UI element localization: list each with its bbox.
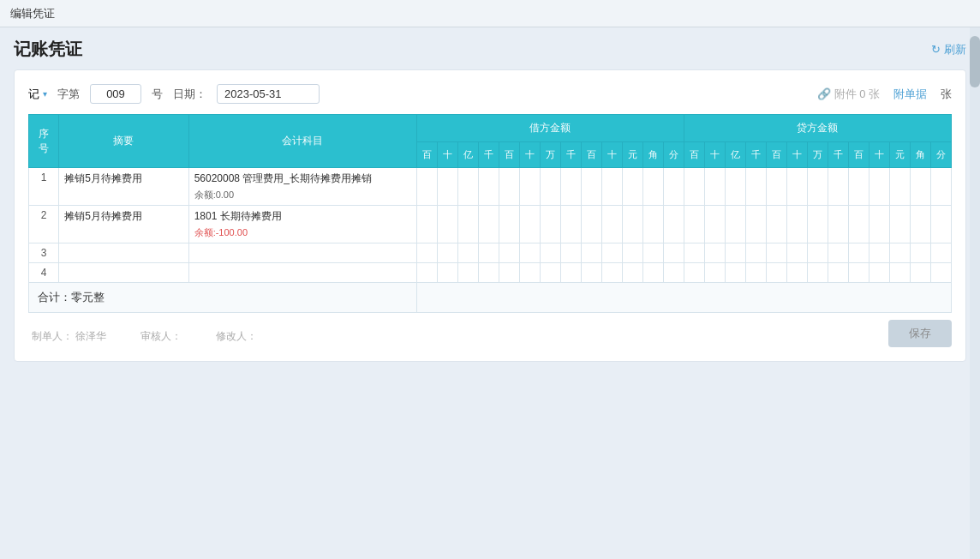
row-abstract[interactable]: 摊销5月待摊费用	[59, 206, 188, 243]
credit-digit-cell[interactable]	[745, 206, 766, 243]
voucher-type-selector[interactable]: 记 ▾	[28, 87, 47, 102]
credit-digit-cell[interactable]	[684, 243, 704, 263]
credit-digit-cell[interactable]	[725, 168, 745, 206]
credit-digit-cell[interactable]	[869, 168, 889, 206]
credit-digit-cell[interactable]	[786, 168, 807, 206]
row-abstract[interactable]	[59, 243, 188, 263]
debit-digit-cell[interactable]	[663, 206, 684, 243]
debit-digit-cell[interactable]	[622, 243, 642, 263]
row-account[interactable]: 1801 长期待摊费用余额:-100.00	[188, 206, 416, 243]
credit-digit-cell[interactable]	[930, 206, 951, 243]
debit-digit-cell[interactable]	[416, 243, 437, 263]
credit-digit-cell[interactable]	[725, 206, 745, 243]
credit-digit-cell[interactable]	[807, 263, 828, 283]
credit-digit-cell[interactable]	[910, 263, 930, 283]
credit-digit-cell[interactable]	[848, 243, 869, 263]
credit-digit-cell[interactable]	[704, 263, 725, 283]
row-abstract[interactable]	[59, 263, 188, 283]
debit-digit-cell[interactable]	[581, 168, 601, 206]
credit-digit-cell[interactable]	[807, 168, 828, 206]
debit-digit-cell[interactable]	[478, 243, 499, 263]
debit-digit-cell[interactable]	[622, 168, 642, 206]
credit-digit-cell[interactable]	[704, 243, 725, 263]
credit-digit-cell[interactable]	[766, 168, 786, 206]
credit-digit-cell[interactable]	[766, 263, 786, 283]
voucher-number-input[interactable]	[90, 84, 141, 104]
debit-digit-cell[interactable]	[642, 263, 663, 283]
debit-digit-cell[interactable]	[622, 263, 642, 283]
credit-digit-cell[interactable]	[910, 206, 930, 243]
debit-digit-cell[interactable]	[601, 263, 622, 283]
credit-digit-cell[interactable]	[807, 243, 828, 263]
credit-digit-cell[interactable]	[848, 206, 869, 243]
debit-digit-cell[interactable]	[499, 263, 519, 283]
credit-digit-cell[interactable]	[766, 206, 786, 243]
debit-digit-cell[interactable]	[601, 243, 622, 263]
credit-digit-cell[interactable]	[889, 263, 910, 283]
debit-digit-cell[interactable]	[478, 168, 499, 206]
credit-digit-cell[interactable]	[910, 243, 930, 263]
credit-digit-cell[interactable]	[910, 168, 930, 206]
credit-digit-cell[interactable]	[745, 168, 766, 206]
debit-digit-cell[interactable]	[478, 263, 499, 283]
debit-digit-cell[interactable]	[457, 243, 478, 263]
debit-digit-cell[interactable]	[519, 168, 540, 206]
debit-digit-cell[interactable]	[519, 206, 540, 243]
debit-digit-cell[interactable]	[437, 243, 457, 263]
credit-digit-cell[interactable]	[869, 243, 889, 263]
debit-digit-cell[interactable]	[581, 206, 601, 243]
credit-digit-cell[interactable]	[828, 243, 848, 263]
debit-digit-cell[interactable]	[560, 206, 581, 243]
credit-digit-cell[interactable]	[930, 168, 951, 206]
credit-digit-cell[interactable]	[807, 206, 828, 243]
debit-digit-cell[interactable]	[519, 243, 540, 263]
credit-digit-cell[interactable]	[684, 206, 704, 243]
credit-digit-cell[interactable]	[828, 206, 848, 243]
debit-digit-cell[interactable]	[540, 168, 560, 206]
credit-digit-cell[interactable]	[684, 168, 704, 206]
debit-digit-cell[interactable]	[642, 206, 663, 243]
debit-digit-cell[interactable]	[499, 243, 519, 263]
debit-digit-cell[interactable]	[478, 206, 499, 243]
debit-digit-cell[interactable]	[560, 168, 581, 206]
debit-digit-cell[interactable]	[663, 243, 684, 263]
single-voucher-button[interactable]: 附单据	[893, 87, 927, 102]
debit-digit-cell[interactable]	[663, 263, 684, 283]
scrollbar[interactable]	[970, 27, 980, 559]
credit-digit-cell[interactable]	[745, 243, 766, 263]
debit-digit-cell[interactable]	[560, 263, 581, 283]
credit-digit-cell[interactable]	[704, 206, 725, 243]
debit-digit-cell[interactable]	[642, 168, 663, 206]
debit-digit-cell[interactable]	[416, 206, 437, 243]
debit-digit-cell[interactable]	[437, 263, 457, 283]
credit-digit-cell[interactable]	[930, 243, 951, 263]
debit-digit-cell[interactable]	[437, 206, 457, 243]
row-abstract[interactable]: 摊销5月待摊费用	[59, 168, 188, 206]
debit-digit-cell[interactable]	[437, 168, 457, 206]
row-account[interactable]: 56020008 管理费用_长期待摊费用摊销余额:0.00	[188, 168, 416, 206]
debit-digit-cell[interactable]	[581, 243, 601, 263]
debit-digit-cell[interactable]	[540, 243, 560, 263]
debit-digit-cell[interactable]	[499, 206, 519, 243]
row-account[interactable]	[188, 243, 416, 263]
credit-digit-cell[interactable]	[725, 263, 745, 283]
debit-digit-cell[interactable]	[457, 263, 478, 283]
credit-digit-cell[interactable]	[848, 168, 869, 206]
credit-digit-cell[interactable]	[828, 168, 848, 206]
credit-digit-cell[interactable]	[889, 243, 910, 263]
debit-digit-cell[interactable]	[581, 263, 601, 283]
debit-digit-cell[interactable]	[642, 243, 663, 263]
credit-digit-cell[interactable]	[889, 168, 910, 206]
debit-digit-cell[interactable]	[622, 206, 642, 243]
credit-digit-cell[interactable]	[725, 243, 745, 263]
debit-digit-cell[interactable]	[663, 168, 684, 206]
credit-digit-cell[interactable]	[930, 263, 951, 283]
save-button[interactable]: 保存	[888, 320, 952, 347]
refresh-button[interactable]: ↻ 刷新	[931, 42, 966, 57]
debit-digit-cell[interactable]	[519, 263, 540, 283]
debit-digit-cell[interactable]	[601, 168, 622, 206]
debit-digit-cell[interactable]	[540, 206, 560, 243]
debit-digit-cell[interactable]	[457, 168, 478, 206]
credit-digit-cell[interactable]	[848, 263, 869, 283]
row-account[interactable]	[188, 263, 416, 283]
